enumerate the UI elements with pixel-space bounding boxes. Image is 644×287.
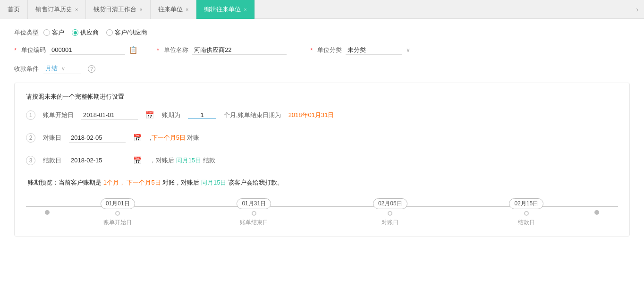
calendar-icon-3[interactable]: 📅 [133, 156, 142, 165]
step-row-2: 2 对账日 📅 ,下一个月5日 对账 [26, 133, 618, 143]
payment-label: 收款条件 [14, 65, 39, 73]
step-row-1: 1 账单开始日 📅 账期为 个月,账单结束日期为 2018年01月31日 [26, 110, 618, 120]
unit-class-input[interactable] [346, 45, 402, 55]
step-date-input-2[interactable] [69, 133, 126, 143]
timeline-dot-4 [524, 211, 529, 216]
step-suffix-pre-1: 账期为 [162, 111, 180, 119]
required-star: * [14, 47, 17, 54]
unit-name-input[interactable] [192, 45, 287, 55]
unit-info-row: * 单位编码 📋 * 单位名称 * 单位分类 ∨ [14, 45, 630, 55]
tab-home[interactable]: 首页 [0, 0, 28, 19]
step-num-1: 1 [26, 110, 35, 120]
unit-class-label: 单位分类 [317, 46, 342, 54]
radio-both[interactable]: 客户/供应商 [106, 28, 147, 37]
unit-class-group: * 单位分类 ∨ [310, 45, 410, 55]
unit-code-input[interactable] [50, 45, 125, 55]
step-label-1: 账单开始日 [43, 111, 74, 119]
step-row-3: 3 结款日 📅 ，对账后 同月15日 结款 [26, 156, 618, 165]
calendar-icon-1[interactable]: 📅 [145, 111, 154, 119]
radio-circle-customer [43, 29, 50, 36]
timeline-end-dot [594, 210, 599, 215]
main-content: 单位类型 客户 供应商 客户/供应商 * 单位编码 📋 * 单位名称 [0, 19, 644, 287]
classifier-dropdown-arrow[interactable]: ∨ [406, 47, 410, 53]
step-suffix-post-1: 个月,账单结束日期为 [224, 111, 281, 119]
timeline-node-1: 01月01日 账单开始日 [50, 198, 186, 227]
timeline-date-2: 01月31日 [237, 198, 271, 209]
timeline-dot-2 [252, 211, 256, 216]
timeline-node-2: 01月31日 账单结束日 [186, 198, 322, 227]
step-num-2: 2 [26, 133, 35, 143]
months-input[interactable] [188, 111, 216, 119]
timeline-date-1: 01月01日 [101, 198, 135, 209]
radio-label-both: 客户/供应商 [115, 28, 147, 37]
timeline-label-4: 结款日 [518, 219, 535, 227]
step-num-3: 3 [26, 156, 35, 165]
required-star-class: * [310, 47, 313, 54]
preview-month: 1个月， [103, 179, 125, 186]
step-label-3: 结款日 [43, 156, 61, 165]
timeline: 01月01日 账单开始日 01月31日 账单结束日 02月05日 对账日 02月… [26, 198, 618, 227]
tab-scroll-arrow[interactable]: › [630, 6, 644, 13]
step-label-2: 对账日 [43, 134, 61, 142]
close-icon[interactable]: × [139, 7, 142, 12]
radio-customer[interactable]: 客户 [43, 28, 64, 37]
help-icon[interactable]: ? [88, 65, 95, 73]
tab-cash-desk[interactable]: 钱货日清工作台 × [86, 0, 150, 19]
close-icon[interactable]: × [186, 7, 188, 12]
timeline-dot-1 [115, 211, 120, 216]
timeline-dot-3 [388, 211, 392, 216]
timeline-date-3: 02月05日 [373, 198, 407, 209]
unit-type-label: 单位类型 [14, 28, 39, 37]
required-star-name: * [157, 47, 159, 54]
timeline-label-2: 账单结束日 [240, 219, 268, 227]
close-icon[interactable]: × [244, 7, 246, 12]
preview-same: 同月15日 [201, 179, 226, 186]
tab-sales-history[interactable]: 销售订单历史 × [28, 0, 86, 19]
section-title: 请按照未来的一个完整帐期进行设置 [26, 93, 618, 101]
step-date-input-1[interactable] [81, 110, 138, 120]
unit-name-group: * 单位名称 [157, 45, 287, 55]
tab-edit-contact[interactable]: 编辑往来单位 × [196, 0, 254, 19]
step-suffix-red-2: 下一个月5日 [152, 134, 186, 141]
radio-circle-both [106, 29, 113, 36]
unit-name-label: 单位名称 [164, 46, 188, 54]
timeline-label-1: 账单开始日 [103, 219, 132, 227]
dropdown-arrow-icon: ∨ [61, 66, 65, 72]
unit-code-label: 单位编码 [21, 46, 46, 54]
tab-bar: 首页 销售订单历史 × 钱货日清工作台 × 往来单位 × 编辑往来单位 × › [0, 0, 644, 19]
radio-group-unit-type: 客户 供应商 客户/供应商 [43, 28, 147, 37]
preview-text: 账期预览：当前客户账期是 1个月， 下一个月5日 对账，对账后 同月15日 该客… [26, 178, 618, 187]
tab-contacts[interactable]: 往来单位 × [151, 0, 196, 19]
timeline-label-3: 对账日 [381, 219, 398, 227]
timeline-node-4: 02月15日 结款日 [458, 198, 595, 227]
timeline-node-3: 02月05日 对账日 [322, 198, 458, 227]
step-suffix-cyan-3: 同月15日 [176, 157, 201, 164]
preview-next: 下一个月5日 [127, 179, 161, 186]
close-icon[interactable]: × [75, 7, 78, 12]
radio-circle-supplier [72, 29, 78, 36]
radio-supplier[interactable]: 供应商 [72, 28, 99, 37]
payment-row: 收款条件 月结 ∨ ? [14, 63, 630, 74]
payment-dropdown[interactable]: 月结 ∨ [43, 63, 81, 74]
unit-type-row: 单位类型 客户 供应商 客户/供应商 [14, 28, 630, 37]
step-suffix-3: ，对账后 同月15日 结款 [150, 156, 215, 165]
payment-value: 月结 [45, 64, 58, 73]
calendar-icon-2[interactable]: 📅 [133, 134, 142, 142]
unit-code-group: * 单位编码 📋 [14, 45, 138, 55]
step-end-date-1: 2018年01月31日 [288, 111, 334, 119]
timeline-date-4: 02月15日 [509, 198, 543, 209]
step-date-input-3[interactable] [69, 156, 126, 165]
document-icon[interactable]: 📋 [129, 46, 138, 54]
settings-section: 请按照未来的一个完整帐期进行设置 1 账单开始日 📅 账期为 个月,账单结束日期… [14, 83, 630, 236]
timeline-start-dot [45, 210, 50, 215]
step-suffix-2: ,下一个月5日 对账 [150, 134, 199, 142]
radio-label-customer: 客户 [52, 28, 64, 37]
radio-label-supplier: 供应商 [80, 28, 99, 37]
